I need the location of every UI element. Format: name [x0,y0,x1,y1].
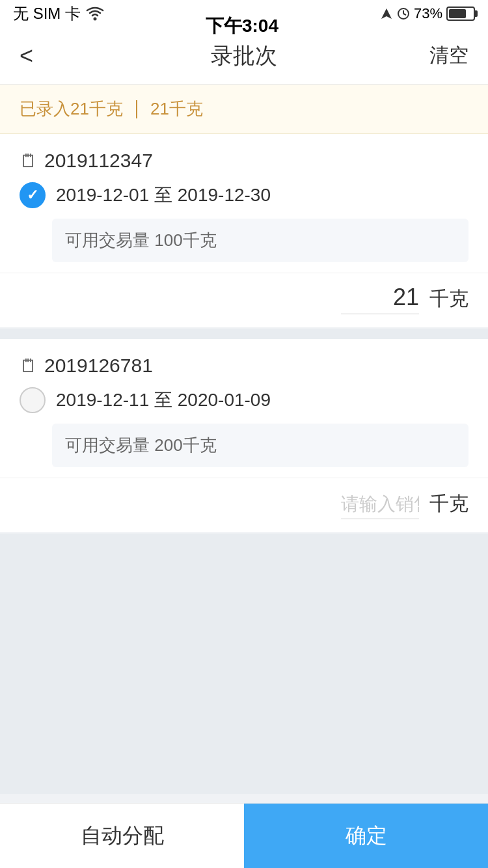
svg-line-4 [403,14,406,15]
batch-1-id: 2019112347 [44,150,153,172]
empty-area [0,534,488,794]
batch-item-1: 🗒 2019112347 2019-12-01 至 2019-12-30 可用交… [0,134,488,327]
batch-2-id: 2019126781 [44,355,153,377]
batch-1-header: 🗒 2019112347 [0,134,488,177]
batch-1-quantity-row: 千克 [0,273,488,327]
batch-1-input-wrap[interactable] [341,284,419,314]
battery-icon [446,7,475,21]
status-right: 73% [380,5,475,22]
batch-item-2: 🗒 2019126781 2019-12-11 至 2020-01-09 可用交… [0,339,488,532]
batch-2-unit: 千克 [429,491,468,517]
svg-point-0 [94,18,97,21]
wifi-icon [86,7,104,21]
clear-button[interactable]: 清空 [429,42,468,69]
content-area: 🗒 2019112347 2019-12-01 至 2019-12-30 可用交… [0,134,488,859]
doc-icon-2: 🗒 [20,355,38,377]
svg-marker-1 [381,8,392,19]
batch-1-quantity-input[interactable] [341,284,419,311]
batch-2-date: 2019-12-11 至 2020-01-09 [56,388,271,413]
separator-1 [0,329,488,339]
status-bar: 无 SIM 卡 下午3:04 73% [0,0,488,27]
batch-1-date: 2019-12-01 至 2019-12-30 [56,183,271,208]
confirm-button[interactable]: 确定 [244,804,488,868]
batch-1-unit: 千克 [429,286,468,312]
auto-distribute-button[interactable]: 自动分配 [0,804,244,868]
batch-2-header: 🗒 2019126781 [0,339,488,382]
clock-icon [397,7,410,20]
batch-2-quantity-row: 千克 [0,478,488,532]
batch-2-radio[interactable] [20,387,46,413]
page-title: 录批次 [211,41,277,71]
recorded-label: 已录入21千克 [20,98,123,120]
batch-2-availability: 可用交易量 200千克 [52,424,468,467]
battery-percent: 73% [414,5,442,22]
summary-divider [136,100,137,118]
status-left: 无 SIM 卡 [13,3,104,24]
back-button[interactable]: < [20,42,33,70]
carrier-label: 无 SIM 卡 [13,3,81,24]
summary-bar: 已录入21千克 21千克 [0,85,488,134]
total-label: 21千克 [150,98,203,120]
batch-1-radio[interactable] [20,182,46,208]
batch-2-input-wrap[interactable] [341,489,419,519]
batch-1-availability: 可用交易量 100千克 [52,219,468,262]
gps-icon [380,7,393,20]
batch-2-quantity-input[interactable] [341,489,419,516]
doc-icon-1: 🗒 [20,150,38,172]
batch-2-row[interactable]: 2019-12-11 至 2020-01-09 [0,382,488,424]
bottom-bar: 自动分配 确定 [0,803,488,868]
batch-1-row[interactable]: 2019-12-01 至 2019-12-30 [0,177,488,219]
status-time: 下午3:04 [206,14,278,38]
